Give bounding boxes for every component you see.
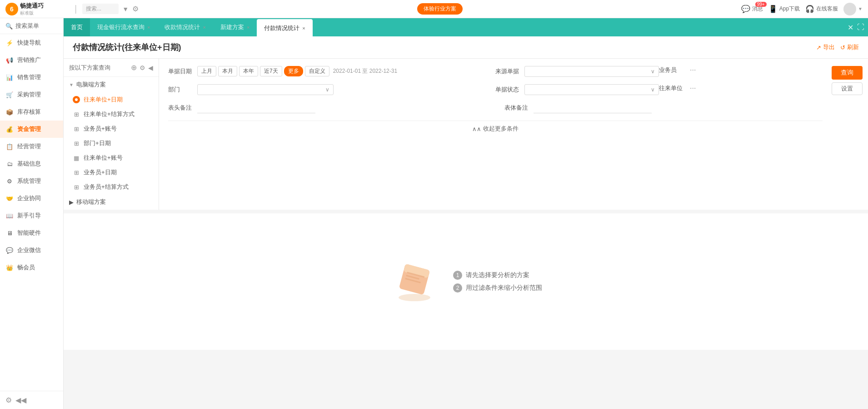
collapse-button[interactable]: ∧∧ 收起更多条件 bbox=[472, 121, 519, 136]
inventory-icon: 📦 bbox=[5, 108, 14, 116]
date-btn-this-year[interactable]: 本年 bbox=[239, 66, 258, 76]
tab-cashflow-label: 现金银行流水查询 bbox=[97, 23, 145, 31]
tab-newscheme[interactable]: 新建方案 × bbox=[213, 18, 257, 36]
user-avatar-area[interactable]: ▼ bbox=[843, 3, 863, 15]
search-area-top[interactable]: 搜索... bbox=[82, 4, 119, 14]
sidebar-item-member[interactable]: 👑 畅会员 bbox=[0, 259, 63, 276]
query-button[interactable]: 查询 bbox=[832, 66, 863, 80]
sidebar-item-sales[interactable]: 📊 销售管理 bbox=[0, 69, 63, 86]
tab-home[interactable]: 首页 bbox=[64, 18, 90, 36]
empty-hints: 1 请先选择要分析的方案 2 用过滤条件来缩小分析范围 bbox=[453, 271, 542, 293]
body-note-label: 表体备注 bbox=[504, 104, 530, 112]
export-button[interactable]: ↗ 导出 bbox=[816, 43, 835, 51]
scheme-item-salesman-settle[interactable]: ⊞ 业务员+结算方式 bbox=[67, 180, 159, 194]
source-single-select[interactable]: ∨ bbox=[524, 66, 659, 77]
tab-cashflow-close[interactable]: × bbox=[147, 25, 150, 30]
sidebar-settings-icon[interactable]: ⚙ bbox=[5, 396, 12, 404]
grid-icon-2: ⊞ bbox=[73, 125, 80, 132]
scheme-item-counterpart-settle[interactable]: ⊞ 往来单位+结算方式 bbox=[67, 107, 159, 121]
scheme-category-mobile[interactable]: ▶ 移动端方案 bbox=[64, 194, 159, 210]
tab-payment-label: 付款情况统计 bbox=[264, 24, 299, 32]
scheme-item-label: 部门+日期 bbox=[84, 139, 111, 147]
try-industry-button[interactable]: 体验行业方案 bbox=[417, 3, 463, 15]
scheme-item-label: 往来单位+日期 bbox=[84, 96, 123, 104]
scheme-item-salesman-account[interactable]: ⊞ 业务员+账号 bbox=[67, 121, 159, 136]
date-btn-more[interactable]: 更多 bbox=[284, 66, 303, 76]
sidebar-item-operations[interactable]: 📋 经营管理 bbox=[0, 138, 63, 155]
field-department: 部门 ∨ bbox=[168, 84, 495, 95]
refresh-button[interactable]: ↺ 刷新 bbox=[840, 43, 859, 51]
scheme-item-label: 往来单位+账号 bbox=[84, 154, 123, 162]
tab-receipt[interactable]: 收款情况统计 × bbox=[157, 18, 213, 36]
sidebar-item-marketing[interactable]: 📢 营销推广 bbox=[0, 51, 63, 69]
setting-button[interactable]: 设置 bbox=[832, 82, 863, 95]
scheme-item-dept-date[interactable]: ⊞ 部门+日期 bbox=[67, 136, 159, 151]
tab-newscheme-close[interactable]: × bbox=[247, 25, 249, 30]
header-note-input[interactable] bbox=[197, 102, 315, 113]
department-select[interactable]: ∨ bbox=[197, 84, 334, 95]
purchase-label: 采购管理 bbox=[17, 91, 41, 99]
date-btn-last-month[interactable]: 上月 bbox=[197, 66, 216, 76]
tab-receipt-close[interactable]: × bbox=[203, 25, 205, 30]
date-btn-this-month[interactable]: 本月 bbox=[218, 66, 237, 76]
purchase-icon: 🛒 bbox=[5, 91, 14, 99]
scheme-item-salesman-date[interactable]: ⊞ 业务员+日期 bbox=[67, 165, 159, 180]
collapse-area: ∧∧ 收起更多条件 bbox=[168, 121, 823, 136]
sidebar-search[interactable]: 🔍 搜索菜单 bbox=[0, 18, 63, 34]
tab-cashflow[interactable]: 现金银行流水查询 × bbox=[90, 18, 157, 36]
sidebar-item-weixin[interactable]: 💬 企业微信 bbox=[0, 242, 63, 259]
tab-payment-close[interactable]: × bbox=[302, 25, 305, 31]
sidebar-item-inventory[interactable]: 📦 库存核算 bbox=[0, 103, 63, 121]
source-single-arrow: ∨ bbox=[651, 68, 655, 75]
tab-payment[interactable]: 付款情况统计 × bbox=[257, 19, 312, 37]
tab-receipt-label: 收款情况统计 bbox=[165, 23, 200, 31]
dropdown-arrow-top[interactable]: ▼ bbox=[122, 5, 129, 13]
logo-icon: 6 bbox=[5, 3, 18, 15]
tab-bar: 首页 现金银行流水查询 × 收款情况统计 × 新建方案 × 付款情况统计 × ✕… bbox=[64, 18, 868, 36]
sidebar-collapse-icon[interactable]: ◀◀ bbox=[15, 396, 26, 404]
counterpart-dots[interactable]: ··· bbox=[688, 84, 698, 92]
scheme-header-icons: ⊕ ⚙ ◀ bbox=[131, 63, 153, 72]
messages-item[interactable]: 💬 消息 99+ bbox=[741, 5, 763, 13]
body-note-input[interactable] bbox=[534, 102, 652, 113]
sidebar-item-system[interactable]: ⚙ 系统管理 bbox=[0, 172, 63, 190]
sidebar-item-quicknav[interactable]: ⚡ 快捷导航 bbox=[0, 34, 63, 51]
field-header-note: 表头备注 bbox=[168, 102, 486, 113]
tab-controls: ✕ ⛶ bbox=[844, 23, 868, 32]
grid-icon-3: ⊞ bbox=[73, 140, 80, 147]
sidebar-item-basic[interactable]: 🗂 基础信息 bbox=[0, 155, 63, 172]
logo-area: 6 畅捷通巧 标准版 bbox=[5, 2, 69, 16]
tab-newscheme-label: 新建方案 bbox=[220, 23, 244, 31]
sidebar-item-enterprise[interactable]: 🤝 企业协同 bbox=[0, 190, 63, 207]
operations-icon: 📋 bbox=[5, 142, 14, 151]
try-btn[interactable]: 体验行业方案 bbox=[417, 3, 463, 15]
tab-expand-icon[interactable]: ⛶ bbox=[857, 23, 864, 31]
date-btn-7days[interactable]: 近7天 bbox=[260, 66, 282, 76]
date-btn-custom[interactable]: 自定义 bbox=[305, 66, 329, 76]
scheme-item-counterpart-account[interactable]: ▦ 往来单位+账号 bbox=[67, 151, 159, 165]
scheme-item-counterpart-date[interactable]: 往来单位+日期 bbox=[67, 92, 159, 107]
filter-panel: 按以下方案查询 ⊕ ⚙ ◀ ▼ 电脑端方案 bbox=[64, 59, 868, 210]
grid-icon-4: ⊞ bbox=[73, 169, 80, 176]
sidebar-item-purchase[interactable]: 🛒 采购管理 bbox=[0, 86, 63, 103]
scheme-collapse-icon[interactable]: ◀ bbox=[148, 64, 153, 71]
tab-close-all-icon[interactable]: ✕ bbox=[848, 23, 853, 32]
refresh-label: 刷新 bbox=[847, 43, 859, 51]
user-dropdown-arrow: ▼ bbox=[858, 6, 863, 11]
scheme-settings-icon[interactable]: ⚙ bbox=[140, 64, 145, 71]
field-single-date: 单据日期 上月 本月 本年 近7天 更多 自定义 2022-01-01 至 20… bbox=[168, 66, 495, 76]
single-status-select[interactable]: ∨ bbox=[524, 84, 659, 95]
scheme-category-desktop[interactable]: ▼ 电脑端方案 bbox=[64, 77, 159, 92]
empty-state-content: 1 请先选择要分析的方案 2 用过滤条件来缩小分析范围 bbox=[389, 254, 542, 309]
sidebar-item-newbie[interactable]: 📖 新手引导 bbox=[0, 207, 63, 224]
sidebar-item-finance[interactable]: 💰 资金管理 bbox=[0, 121, 63, 138]
refresh-icon: ↺ bbox=[840, 44, 845, 51]
sidebar-item-hardware[interactable]: 🖥 智能硬件 bbox=[0, 224, 63, 242]
salesman-dots[interactable]: ··· bbox=[688, 66, 698, 74]
settings-icon-top[interactable]: ⚙ bbox=[132, 5, 139, 13]
app-download-item[interactable]: 📱 App下载 bbox=[768, 5, 800, 13]
active-scheme-dot bbox=[73, 96, 80, 103]
online-service-item[interactable]: 🎧 在线客服 bbox=[805, 5, 838, 13]
search-icon: 🔍 bbox=[5, 23, 13, 30]
scheme-add-icon[interactable]: ⊕ bbox=[131, 63, 137, 72]
